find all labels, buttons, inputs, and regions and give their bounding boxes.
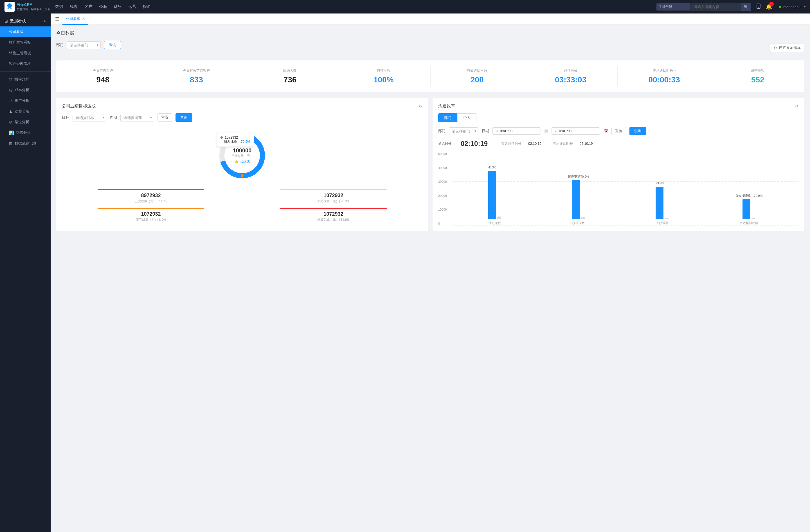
dataflow-icon: ⊡ [9,141,12,146]
settings-button[interactable]: ⚙ 设置显示指标 [770,44,804,52]
refresh-icon[interactable]: ⟳ [419,104,422,109]
donut-center-label: 目标总量（元） [231,154,253,158]
stat-label: 拨打次数 [341,68,426,73]
chart-body: 43000 拨打次数 [452,152,799,225]
stat-value: 200 [435,76,519,84]
y-label: 30000 [438,180,450,183]
dept-filter-label: 部门 [56,43,64,48]
bar-connect-blue [572,180,580,219]
nav-signup[interactable]: 报名 [143,3,151,11]
notification-icon[interactable]: 🔔 5 [766,4,772,10]
dept-select[interactable]: 请选择部门 [67,41,101,49]
target-query-button[interactable]: 查询 [176,113,192,122]
period-select[interactable]: 请选择周期 [120,114,154,121]
target-label: 目标 [62,115,69,120]
sidebar-grid-icon: ⊞ [4,19,8,23]
sidebar-item-promotion[interactable]: ↗ 推广分析 [0,95,51,106]
donut-container: 1072932 所占比例：70.9% [214,127,270,184]
today-query-button[interactable]: 查询 [104,41,121,49]
donut-center-text: 100000 目标总量（元） 👍 已达成 [231,147,253,164]
sidebar-collapse-icon[interactable]: ∧ [44,19,46,23]
comm-dept-label: 部门 [438,129,446,134]
nav-customers[interactable]: 客户 [84,3,92,11]
nav-finance[interactable]: 财务 [114,3,122,11]
sidebar-item-label: 成本分析 [15,87,29,93]
communication-card: 沟通效率 ⟳ 部门 个人 部门 请选择部门 [433,98,804,231]
nav-public[interactable]: 公海 [99,3,107,11]
comm-filter-bar: 部门 请选择部门 日期 至 📅 重置 查询 [438,127,799,135]
bar-val: 43000 [488,166,497,169]
sidebar-item-visitor[interactable]: ♟ 访客分析 [0,106,51,117]
donut-tooltip: 1072932 所占比例：70.9% [217,133,254,147]
user-dropdown-icon: ▾ [804,5,806,9]
comm-effective-time: 02:10:19 [528,142,541,146]
tab-close-icon[interactable]: ✕ [82,17,85,21]
nav-data[interactable]: 数据 [55,3,63,11]
comm-date-end[interactable] [552,127,600,135]
target-stat-incomplete: 1072932 未完成量（元）| 20.9% [244,189,422,203]
stat-dial-count: 拨打次数 100% [337,66,431,87]
search-button[interactable]: 🔍 [741,3,751,11]
sidebar-item-label: 销售主管看板 [9,51,31,56]
donut-chart-area: 1072932 所占比例：70.9% [62,127,422,184]
sidebar-item-label: 推广主管看板 [9,40,31,45]
exceeded-value: 1072932 [244,211,422,217]
sidebar-item-sales-board[interactable]: 销售主管看板 [0,48,51,59]
target-select-wrapper: 请选择目标 [72,114,106,121]
help-icon: ? [674,69,676,72]
bar-val: 18000 [743,194,750,197]
channel-icon: ⊙ [9,120,12,124]
card-header: 公司业绩目标达成 ⟳ [62,103,422,109]
today-data-section: 今日数据 部门 请选择部门 查询 ⚙ 设置显示指标 [56,30,804,92]
comm-avg-label: 平均通话时长 [553,142,573,146]
mobile-icon[interactable] [756,3,761,11]
comm-tab-dept[interactable]: 部门 [438,113,457,122]
comm-reset-button[interactable]: 重置 [612,127,626,135]
sidebar-item-sales-analysis[interactable]: 📊 销售分析 [0,127,51,138]
card-title: 公司业绩目标达成 [62,103,96,109]
stat-deals: 成交单数 552 [711,66,804,87]
user-info[interactable]: manager11 ▾ [779,5,806,9]
comm-tab-individual[interactable]: 个人 [457,113,476,122]
comm-date-start[interactable] [492,127,541,135]
should-complete-value: 1072932 [62,211,240,217]
completed-bar [98,189,205,190]
stat-first-consult: 今日首咨客户 948 [56,66,150,87]
stat-valid-consult: 今日有效首咨客户 833 [150,66,244,87]
hamburger-icon[interactable]: ☰ [55,16,59,22]
comm-dept-select-wrapper: 请选择部门 [449,127,479,135]
content-area: 今日数据 部门 请选择部门 查询 ⚙ 设置显示指标 [51,25,810,236]
search-input[interactable] [690,3,741,11]
sidebar-item-channel[interactable]: ⊙ 渠道分析 [0,117,51,127]
sidebar-item-promotion-board[interactable]: 推广主管看板 [0,37,51,48]
bar-effective-blue [655,187,663,219]
should-complete-label: 应完成量（元）| 8.9% [62,218,240,222]
nav-operations[interactable]: 运营 [128,3,136,11]
target-reset-button[interactable]: 重置 [158,113,172,122]
stat-revisit: 回访人数 736 [243,66,337,87]
stat-call-duration: 通话时长 03:33:03 [524,66,618,87]
comm-refresh-icon[interactable]: ⟳ [795,104,799,109]
nav-leads[interactable]: 线索 [70,3,78,11]
target-select[interactable]: 请选择目标 [72,114,106,121]
comm-dept-select[interactable]: 请选择部门 [449,127,479,135]
incomplete-bar [280,189,387,190]
sidebar-item-cost[interactable]: ◎ 成本分析 [0,85,51,95]
svg-point-7 [241,174,244,177]
stat-label: 成交单数 [715,68,800,73]
stat-value: 948 [61,76,145,84]
target-stat-exceeded: 1072932 超额完成（元）| 89.9% [244,208,422,222]
sidebar-item-data-flow[interactable]: ⊡ 数据流转记录 [0,138,51,149]
exceeded-label: 超额完成（元）| 89.9% [244,218,422,222]
sidebar-item-company-board[interactable]: 公司看板 [0,27,51,37]
sidebar-item-label: 访客分析 [15,109,30,114]
comm-query-button[interactable]: 查询 [629,127,646,135]
sidebar-item-funnel[interactable]: ▽ 漏斗分析 [0,74,51,85]
sidebar-item-customer-board[interactable]: 客户经理看板 [0,59,51,69]
tab-company-board[interactable]: 公司看板 ✕ [62,14,88,25]
visitor-icon: ♟ [9,109,13,114]
search-type-select[interactable]: 手机号码 [657,3,690,11]
exceeded-bar [280,208,387,209]
target-stat-completed: 8972932 已完成量（元）| 70.9% [62,189,240,203]
comm-main-time-label: 通话时长 [438,142,452,146]
